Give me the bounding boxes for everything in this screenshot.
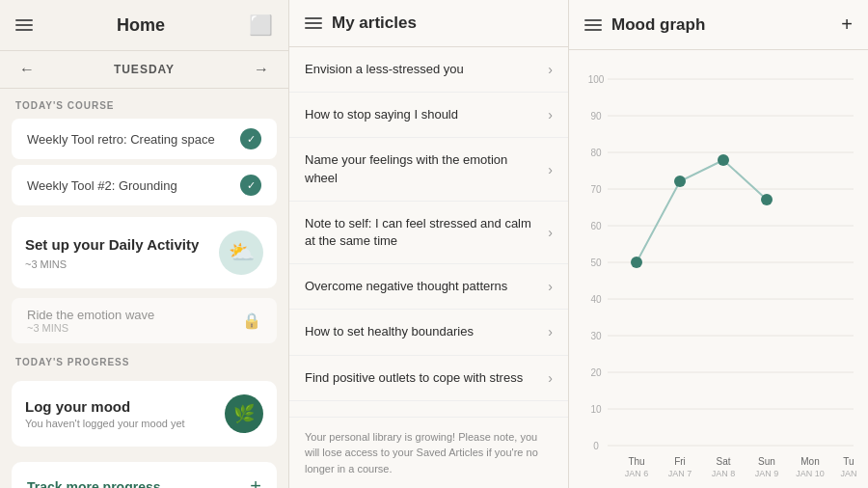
mood-graph-title: Mood graph — [611, 15, 705, 35]
x-label-mon-day: Mon — [800, 456, 819, 467]
data-point-sat — [718, 154, 729, 166]
article-text: Name your feelings with the emotion whee… — [305, 151, 540, 186]
data-point-sun — [761, 194, 773, 205]
current-day: TUESDAY — [114, 63, 175, 76]
x-label-mon-date: JAN 10 — [796, 469, 825, 478]
x-label-tue-day: Tu — [843, 456, 854, 467]
activity-title: Set up your Daily Activity — [25, 235, 219, 255]
article-text: How to set healthy boundaries — [305, 323, 540, 340]
list-item[interactable]: Take a self-compassion break › — [289, 401, 568, 417]
article-text: Note to self: I can feel stressed and ca… — [305, 215, 540, 250]
progress-section-label: TODAY'S PROGRESS — [0, 345, 288, 373]
mood-chart-svg: 100 90 80 70 60 50 40 30 20 10 0 — [579, 60, 858, 488]
y-label-90: 90 — [590, 111, 602, 122]
lock-icon: 🔒 — [242, 312, 261, 330]
y-label-40: 40 — [590, 294, 602, 305]
articles-menu-icon[interactable] — [305, 17, 322, 29]
x-label-sat-day: Sat — [716, 456, 730, 467]
list-item[interactable]: Name your feelings with the emotion whee… — [289, 138, 568, 201]
prev-day-button[interactable]: ← — [19, 61, 35, 78]
mood-graph-menu-icon[interactable] — [584, 19, 602, 31]
y-label-0: 0 — [593, 441, 599, 451]
course-item-1-text: Weekly Tool retro: Creating space — [27, 132, 215, 147]
articles-header: My articles — [289, 0, 568, 47]
check-icon-1: ✓ — [240, 128, 261, 149]
x-label-thu-day: Thu — [628, 456, 644, 467]
y-label-60: 60 — [590, 221, 602, 231]
x-label-fri-day: Fri — [674, 456, 686, 467]
ride-item-left: Ride the emotion wave ~3 MINS — [27, 308, 242, 334]
mood-graph-header: Mood graph + — [569, 0, 868, 50]
course-item-2[interactable]: Weekly Tool #2: Grounding ✓ — [12, 165, 277, 205]
add-mood-button[interactable]: + — [841, 14, 853, 36]
articles-list: Envision a less-stressed you › How to st… — [289, 47, 568, 417]
mood-log-title: Log your mood — [25, 398, 225, 415]
chevron-right-icon: › — [548, 370, 553, 386]
track-plus-icon: + — [250, 475, 261, 488]
course-section-label: TODAY'S COURSE — [0, 89, 288, 117]
mood-icon: 🌿 — [225, 394, 263, 433]
list-item[interactable]: How to set healthy boundaries › — [289, 310, 568, 355]
list-item[interactable]: Overcome negative thought patterns › — [289, 264, 568, 310]
data-point-fri — [674, 176, 686, 187]
y-label-80: 80 — [590, 148, 602, 158]
data-point-thu — [631, 257, 642, 268]
article-text: Overcome negative thought patterns — [305, 278, 540, 295]
x-label-sun-date: JAN 9 — [755, 469, 779, 478]
y-label-100: 100 — [588, 74, 605, 85]
list-item[interactable]: How to stop saying I should › — [289, 93, 568, 138]
list-item[interactable]: Envision a less-stressed you › — [289, 47, 568, 93]
articles-title: My articles — [332, 14, 417, 33]
mood-line — [637, 160, 767, 262]
mood-log-subtitle: You haven't logged your mood yet — [25, 418, 225, 429]
track-btn-label: Track more progress — [27, 479, 161, 489]
x-label-fri-date: JAN 7 — [668, 469, 692, 478]
article-text: Envision a less-stressed you — [305, 61, 540, 78]
y-label-50: 50 — [590, 258, 602, 268]
left-panel: Home ⬜ ← TUESDAY → TODAY'S COURSE Weekly… — [0, 0, 289, 488]
x-label-tue-date: JAN — [840, 469, 856, 478]
notification-icon[interactable]: ⬜ — [249, 14, 273, 37]
y-label-30: 30 — [590, 331, 602, 341]
mood-log-card[interactable]: Log your mood You haven't logged your mo… — [12, 381, 277, 447]
chevron-right-icon: › — [548, 225, 553, 240]
mood-chart-area: 100 90 80 70 60 50 40 30 20 10 0 — [569, 50, 868, 488]
chevron-right-icon: › — [548, 62, 553, 77]
chevron-right-icon: › — [548, 107, 553, 122]
activity-card-left: Set up your Daily Activity ~3 MINS — [25, 235, 219, 270]
article-text: Find positive outlets to cope with stres… — [305, 369, 540, 387]
article-text: How to stop saying I should — [305, 106, 540, 123]
x-label-thu-date: JAN 6 — [625, 469, 649, 478]
y-label-70: 70 — [590, 184, 602, 195]
y-label-10: 10 — [590, 404, 602, 415]
course-item-2-text: Weekly Tool #2: Grounding — [27, 178, 177, 193]
day-nav: ← TUESDAY → — [0, 50, 288, 89]
chevron-right-icon: › — [548, 162, 553, 177]
chevron-right-icon: › — [548, 279, 553, 294]
check-icon-2: ✓ — [240, 175, 261, 196]
x-label-sun-day: Sun — [758, 456, 775, 467]
activity-time: ~3 MINS — [25, 258, 219, 270]
y-label-20: 20 — [590, 367, 602, 378]
activity-card[interactable]: Set up your Daily Activity ~3 MINS ⛅ — [12, 217, 277, 288]
page-title: Home — [117, 15, 165, 36]
mood-log-left: Log your mood You haven't logged your mo… — [25, 398, 225, 429]
left-header: Home ⬜ — [0, 0, 288, 50]
ride-item: Ride the emotion wave ~3 MINS 🔒 — [12, 298, 277, 343]
list-item[interactable]: Note to self: I can feel stressed and ca… — [289, 202, 568, 264]
course-item-1[interactable]: Weekly Tool retro: Creating space ✓ — [12, 119, 277, 159]
activity-icon: ⛅ — [219, 230, 263, 275]
articles-footer: Your personal library is growing! Please… — [289, 417, 568, 489]
menu-icon[interactable] — [15, 19, 33, 31]
right-panel: Mood graph + 100 90 80 70 60 50 40 30 20… — [569, 0, 868, 488]
next-day-button[interactable]: → — [254, 61, 269, 78]
chevron-right-icon: › — [548, 324, 553, 339]
ride-title: Ride the emotion wave — [27, 308, 242, 322]
middle-panel: My articles Envision a less-stressed you… — [289, 0, 569, 488]
header-left: Mood graph — [584, 15, 705, 35]
list-item[interactable]: Find positive outlets to cope with stres… — [289, 356, 568, 401]
track-progress-button[interactable]: Track more progress + — [12, 462, 277, 488]
x-label-sat-date: JAN 8 — [712, 469, 736, 478]
ride-time: ~3 MINS — [27, 322, 242, 334]
